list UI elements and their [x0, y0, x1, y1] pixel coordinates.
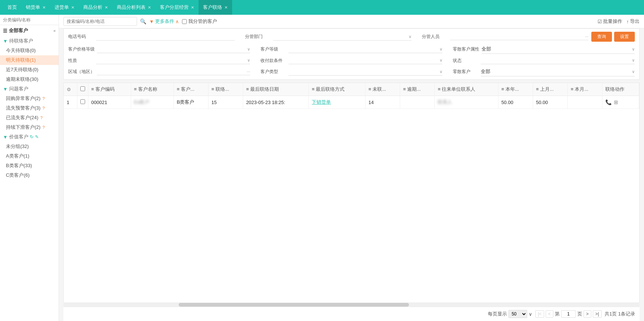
filter-field-payment-terms: 收付款条件 ∨ [260, 57, 442, 64]
table-header-row: ⚙ ≡ 客户编码 ≡ 客户名称 ≡ 客户... [64, 83, 639, 96]
close-product-analysis-list-icon[interactable]: ✕ [148, 5, 151, 10]
horizontal-scrollbar[interactable] [63, 303, 640, 307]
export-button[interactable]: ↑ 导出 [627, 18, 640, 25]
retail-attr-select[interactable]: 全部 ∨ [482, 45, 635, 54]
th-this-year: ≡ 本年... [498, 83, 533, 96]
page-size-selector: 每页显示 50 100 200 ∨ [488, 310, 532, 318]
value-customers-edit-icon[interactable]: ✎ [35, 134, 39, 139]
td-actions: 📞 ⊞ [602, 96, 639, 109]
select-all-checkbox[interactable] [80, 86, 85, 91]
more-conditions-button[interactable]: ▼ 更多条件 ∧ [149, 18, 179, 25]
sidebar-item-class-b[interactable]: B类客户(33) [0, 161, 59, 170]
td-this-month [567, 96, 602, 109]
prev-page-button[interactable]: < [546, 310, 553, 318]
filter-field-nature: 性质 ∨ [68, 57, 250, 64]
sidebar-search-input[interactable] [3, 17, 58, 23]
nav-home[interactable]: 首页 [3, 0, 21, 15]
nav-customer-tiering[interactable]: 客户分层经营 ✕ [155, 0, 199, 15]
th-overdue: ≡ 逾期... [400, 83, 435, 96]
filter-field-price-level: 客户价格等级 ∨ [68, 46, 250, 53]
advanced-filter-panel: 电话号码 分管部门 ∨ 分管人员 ··· [63, 28, 640, 80]
th-customer-type: ≡ 客户... [174, 83, 208, 96]
next-page-button[interactable]: > [584, 310, 591, 318]
nature-select[interactable]: ∨ [96, 57, 250, 64]
data-table-container: ⚙ ≡ 客户编码 ≡ 客户名称 ≡ 客户... [63, 83, 640, 303]
row-checkbox[interactable] [80, 99, 85, 104]
sidebar-all-customers[interactable]: ☰ 全部客户 « [0, 25, 59, 36]
nav-customer-contact[interactable]: 客户联络 ✕ [199, 0, 232, 15]
sidebar-item-overdue-contact[interactable]: 逾期未联络(30) [0, 75, 59, 84]
my-customers-checkbox[interactable] [182, 19, 187, 24]
th-contacts: ≡ 往来单位联系人 [435, 83, 498, 96]
search-input[interactable] [63, 17, 137, 26]
close-customer-tiering-icon[interactable]: ✕ [191, 5, 194, 10]
table-footer: 每页显示 50 100 200 ∨ |< < 第 页 > >| 共1页 1条记录 [63, 307, 640, 321]
filter-field-region: 区域（地区） ··· [68, 68, 250, 75]
customer-level-select[interactable]: ∨ [288, 46, 442, 53]
sidebar-item-churned[interactable]: 已流失客户(24) ? [0, 113, 59, 122]
bulk-operation-button[interactable]: ☑ 批量操作 [598, 18, 622, 25]
region-select[interactable]: ··· [97, 68, 250, 75]
sidebar-item-tomorrow-contact[interactable]: 明天待联络(1) [0, 55, 59, 65]
first-page-button[interactable]: |< [535, 310, 544, 318]
td-last-contact-date: 2023-05-23 18:25: [243, 96, 308, 109]
nav-product-analysis-list[interactable]: 商品分析列表 ✕ [112, 0, 155, 15]
th-last-contact-date: ≡ 最后联络日期 [243, 83, 308, 96]
dept-filter-select[interactable]: ∨ [273, 33, 412, 41]
table-row: 1 000021 Ea客户 B类客户 15 2023-05-23 18:25: … [64, 96, 639, 109]
td-this-year: 50.00 [498, 96, 533, 109]
nav-product-analysis[interactable]: 商品分析 ✕ [79, 0, 112, 15]
sidebar-item-declining[interactable]: 持续下滑客户(2) ? [0, 122, 59, 132]
phone-action-icon[interactable]: 📞 [605, 99, 612, 105]
filter-actions: 查询 设置 [591, 32, 635, 42]
content-area: 🔍 ▼ 更多条件 ∧ 我分管的客户 ☑ 批量操作 ↑ 导出 [59, 15, 644, 321]
phone-filter-input[interactable] [96, 33, 235, 41]
settings-button[interactable]: 设置 [614, 32, 635, 42]
scrollbar-thumb [179, 303, 409, 307]
status-select[interactable]: ∨ [481, 57, 635, 64]
filter-row-4: 区域（地区） ··· 客户类型 ∨ 零散客户 全部 [68, 67, 635, 76]
filter-field-retail-customer: 零散客户 全部 ∨ [453, 67, 635, 76]
td-customer-code: 000021 [88, 96, 131, 109]
filter-field-phone: 电话号码 [68, 33, 235, 41]
retail-customer-select[interactable]: 全部 ∨ [481, 67, 635, 76]
close-purchase-order-icon[interactable]: ✕ [71, 5, 74, 10]
page-number-input[interactable] [561, 310, 576, 318]
person-filter-select[interactable]: ··· [450, 33, 588, 40]
price-level-select[interactable]: ∨ [97, 46, 250, 53]
section-problem-customers: ▼ 问题客户 [0, 84, 59, 94]
page-size-dropdown[interactable]: 50 100 200 [508, 310, 527, 318]
td-overdue [400, 96, 435, 109]
last-contact-method-link[interactable]: 下销货单 [312, 99, 331, 105]
search-button[interactable]: 🔍 [140, 18, 146, 24]
sidebar-item-churn-warning[interactable]: 流失预警客户(3) ? [0, 103, 59, 113]
customer-type-select[interactable]: ∨ [288, 68, 442, 76]
th-customer-code: ≡ 客户编码 [88, 83, 131, 96]
payment-terms-select[interactable]: ∨ [288, 57, 442, 64]
query-button[interactable]: 查询 [591, 32, 612, 42]
nav-sales-order[interactable]: 销货单 ✕ [21, 0, 50, 15]
nav-purchase-order[interactable]: 进货单 ✕ [50, 0, 79, 15]
collapse-icon: « [53, 28, 56, 33]
sidebar-item-today-contact[interactable]: 今天待联络(0) [0, 46, 59, 55]
last-page-button[interactable]: >| [593, 310, 602, 318]
td-contacts: 联系人 [435, 96, 498, 109]
sidebar: 🔍 ☰ 全部客户 « ▼ 待联络客户 今天待联络(0) 明天待联络(1) 近7天… [0, 15, 59, 321]
close-sales-order-icon[interactable]: ✕ [42, 5, 46, 10]
sidebar-item-7day-contact[interactable]: 近7天待联络(0) [0, 65, 59, 75]
sidebar-item-class-a[interactable]: A类客户(1) [0, 151, 59, 161]
th-this-month: ≡ 本月... [567, 83, 602, 96]
filter-field-person: 分管人员 ··· [422, 33, 588, 40]
value-customers-refresh-icon[interactable]: ↻ [30, 134, 34, 139]
my-customers-checkbox-label[interactable]: 我分管的客户 [182, 18, 217, 25]
sidebar-item-ungrouped[interactable]: 未分组(32) [0, 142, 59, 151]
td-last-month: 50.00 [533, 96, 567, 109]
filter-row-3: 性质 ∨ 收付款条件 ∨ 状态 [68, 57, 635, 64]
sidebar-item-class-c[interactable]: C类客户(6) [0, 170, 59, 180]
more-action-icon[interactable]: ⊞ [614, 99, 618, 105]
close-product-analysis-icon[interactable]: ✕ [105, 5, 108, 10]
td-contact-count: 15 [208, 96, 243, 109]
table-settings-icon[interactable]: ⚙ [67, 87, 71, 92]
sidebar-item-repurchase-abnormal[interactable]: 回购异常客户(2) ? [0, 94, 59, 103]
close-customer-contact-icon[interactable]: ✕ [224, 5, 228, 10]
